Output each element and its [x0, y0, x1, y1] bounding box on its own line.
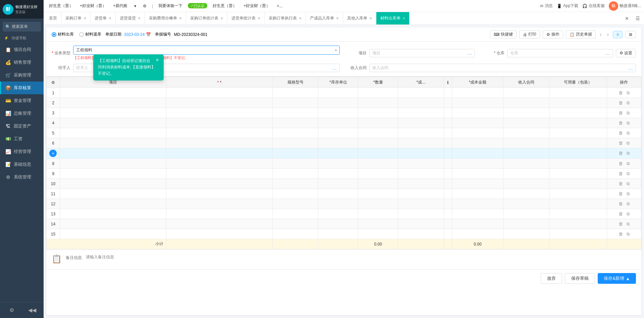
row-spec[interactable]	[273, 98, 318, 108]
row-amount[interactable]	[452, 179, 503, 189]
row-unit[interactable]	[318, 88, 358, 98]
row-project[interactable]	[60, 209, 166, 219]
sidebar-collapse-button[interactable]: ◀◀	[23, 305, 41, 315]
row-contract[interactable]	[503, 128, 549, 138]
row-project[interactable]	[60, 199, 166, 209]
row-qty-active[interactable]	[358, 148, 398, 159]
row-copy-button[interactable]: ⧉	[625, 140, 631, 147]
tab-close-material-out[interactable]: ✕	[402, 16, 405, 20]
radio-material-out[interactable]: 材料出库	[52, 32, 74, 37]
top-nav-plus2[interactable]: +好业财（普）	[241, 2, 273, 10]
row-material[interactable]	[166, 229, 273, 239]
row-delete-button[interactable]: 🗑	[617, 130, 624, 136]
row-unit[interactable]	[318, 118, 358, 128]
save-new-button[interactable]: 保存&新增 ▲	[598, 273, 636, 284]
tab-purchase-order-exec[interactable]: 采购订单执行表 ✕	[265, 12, 306, 25]
row-contract[interactable]	[503, 98, 549, 108]
row-cost[interactable]	[398, 209, 444, 219]
row-contract[interactable]	[503, 179, 549, 189]
row-qty[interactable]	[358, 128, 398, 138]
row-copy-button-active[interactable]: ⧉	[625, 150, 631, 157]
row-contract[interactable]	[503, 138, 549, 148]
row-cost[interactable]	[398, 169, 444, 179]
row-spec[interactable]	[273, 118, 318, 128]
row-spec[interactable]	[273, 209, 318, 219]
row-cost[interactable]	[398, 138, 444, 148]
tab-close-purchase-goods-stats[interactable]: ✕	[258, 16, 260, 20]
sidebar-item-sales[interactable]: 💰 销售管理	[0, 56, 44, 69]
row-available[interactable]	[549, 98, 607, 108]
row-material[interactable]	[166, 98, 273, 108]
row-material[interactable]	[166, 88, 273, 98]
row-unit[interactable]	[318, 159, 358, 169]
tooltip-close-icon[interactable]: ✕	[156, 57, 159, 63]
handler-expand-icon[interactable]: …	[332, 65, 337, 71]
row-delete-button[interactable]: 🗑	[617, 110, 624, 116]
row-material[interactable]	[166, 128, 273, 138]
tab-purchase-goods[interactable]: 进货单 ✕	[91, 12, 116, 25]
project-field[interactable]: 项目 …	[369, 49, 475, 57]
doc-date-value[interactable]: 2023-03-24	[124, 32, 145, 37]
search-menu-button[interactable]: 🔍 搜索菜单	[3, 22, 41, 32]
row-amount[interactable]	[452, 159, 503, 169]
tab-close-all-button[interactable]: ✕	[622, 14, 632, 22]
row-contract[interactable]	[503, 189, 549, 199]
tab-product-storage[interactable]: 产成品入库单 ✕	[306, 12, 343, 25]
row-spec[interactable]	[273, 169, 318, 179]
row-material[interactable]	[166, 189, 273, 199]
row-project[interactable]	[60, 88, 166, 98]
row-project[interactable]	[60, 179, 166, 189]
row-spec[interactable]	[273, 128, 318, 138]
tab-close-purchase-return[interactable]: ✕	[138, 16, 141, 20]
row-available[interactable]	[549, 159, 607, 169]
row-spec[interactable]	[273, 138, 318, 148]
row-amount[interactable]	[452, 229, 503, 239]
row-delete-button[interactable]: 🗑	[617, 211, 624, 217]
app-download-btn[interactable]: 📱 App下载	[557, 3, 578, 9]
row-material[interactable]	[166, 138, 273, 148]
row-available[interactable]	[549, 128, 607, 138]
sidebar-item-project-contract[interactable]: 📋 项目合同	[0, 43, 44, 56]
row-unit[interactable]	[318, 138, 358, 148]
warehouse-field[interactable]: 仓库 …	[507, 49, 613, 57]
row-available-active[interactable]	[549, 148, 607, 159]
sidebar-search[interactable]: 🔍 搜索菜单	[0, 19, 44, 34]
row-amount[interactable]	[452, 98, 503, 108]
row-qty[interactable]	[358, 179, 398, 189]
row-contract[interactable]	[503, 108, 549, 118]
row-material[interactable]	[166, 108, 273, 118]
row-project[interactable]	[60, 159, 166, 169]
row-material[interactable]	[166, 159, 273, 169]
sidebar-item-capital[interactable]: 💳 资金管理	[0, 94, 44, 107]
row-project-input[interactable]	[63, 151, 163, 156]
row-material[interactable]	[166, 209, 273, 219]
message-btn[interactable]: ✉ 消息	[540, 3, 553, 9]
sidebar-item-fixed-assets[interactable]: 🏗 固定资产	[0, 120, 44, 132]
row-unit[interactable]	[318, 199, 358, 209]
row-unit[interactable]	[318, 98, 358, 108]
row-available[interactable]	[549, 199, 607, 209]
col-header-settings[interactable]: ⚙	[47, 77, 60, 88]
row-project[interactable]	[60, 138, 166, 148]
row-delete-button[interactable]: 🗑	[617, 120, 624, 126]
row-spec[interactable]	[273, 229, 318, 239]
row-available[interactable]	[549, 229, 607, 239]
row-copy-button[interactable]: ⧉	[625, 110, 631, 116]
row-copy-button[interactable]: ⧉	[625, 191, 631, 197]
row-copy-button[interactable]: ⧉	[625, 201, 631, 207]
sidebar-item-purchase[interactable]: 🛒 采购管理	[0, 69, 44, 82]
row-material[interactable]	[166, 118, 273, 128]
row-cost[interactable]	[398, 88, 444, 98]
tab-close-purchase-goods[interactable]: ✕	[109, 16, 111, 20]
history-button[interactable]: 📋 历史单据	[566, 30, 596, 39]
row-copy-button[interactable]: ⧉	[625, 160, 631, 167]
row-project[interactable]	[60, 229, 166, 239]
sidebar-item-basic-info[interactable]: 📝 基础信息	[0, 158, 44, 171]
row-delete-button[interactable]: 🗑	[617, 90, 624, 96]
row-amount[interactable]	[452, 118, 503, 128]
row-delete-button[interactable]: 🗑	[617, 191, 624, 197]
row-spec[interactable]	[273, 219, 318, 229]
row-delete-button[interactable]: 🗑	[617, 221, 624, 227]
row-unit[interactable]	[318, 209, 358, 219]
print-button[interactable]: 🖨 打印	[519, 30, 540, 39]
